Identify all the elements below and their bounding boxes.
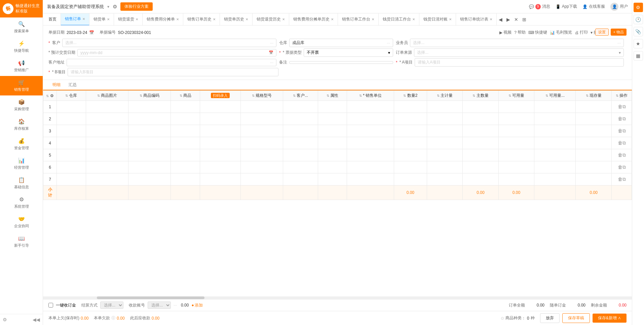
cell-main-unit-row-6[interactable]: [427, 161, 463, 173]
right-sidebar-settings-panel[interactable]: ⚙: [634, 3, 643, 12]
cell-product-image-row-4[interactable]: [86, 137, 128, 149]
sidebar-collapse-icon[interactable]: ◀◀: [33, 317, 40, 322]
cell-sales-unit-row-6[interactable]: [347, 161, 394, 173]
cell-spec-row-3[interactable]: [241, 125, 283, 137]
right-sidebar-history-panel[interactable]: 🕐: [634, 15, 643, 24]
right-sidebar-attachment[interactable]: 📎: [634, 27, 643, 36]
sort-icon-sales-unit[interactable]: ⇅: [359, 94, 362, 97]
cell-scan-row-1[interactable]: [200, 101, 241, 113]
copy-row-2[interactable]: ⧉: [622, 116, 626, 122]
cell-main-qty-row-7[interactable]: [463, 173, 499, 186]
sidebar-item-system[interactable]: ⚙系统管理: [0, 193, 43, 212]
cell-available-row-6[interactable]: [498, 161, 534, 173]
cell-available-row-5[interactable]: [498, 149, 534, 161]
remarks-input[interactable]: [289, 61, 393, 64]
cell-attributes-row-1[interactable]: [318, 101, 347, 113]
tab-sales-return[interactable]: 销货单✕: [89, 13, 114, 26]
cell-qty2-row-7[interactable]: [394, 173, 427, 186]
cell-customer-code-row-4[interactable]: [283, 137, 318, 149]
cell-product-image-row-3[interactable]: [86, 125, 128, 137]
tab-sales-order-history[interactable]: 销售订单历史✕: [183, 13, 220, 26]
sort-icon-product-image[interactable]: ⇅: [97, 94, 100, 97]
sort-icon-attributes[interactable]: ⇅: [327, 94, 329, 97]
industry-btn[interactable]: 体验行业方案: [120, 2, 153, 11]
cell-current-stock-row-6[interactable]: [576, 161, 612, 173]
sidebar-item-search[interactable]: 🔍搜索菜单: [0, 17, 43, 37]
cell-customer-code-row-3[interactable]: [283, 125, 318, 137]
cell-available-row-2[interactable]: [498, 113, 534, 125]
sort-icon-config[interactable]: ⇅: [46, 94, 49, 98]
cell-product-row-3[interactable]: [171, 125, 200, 137]
delete-row-5[interactable]: 🗑: [618, 152, 622, 158]
tab-prev[interactable]: ◀: [497, 17, 504, 22]
date-value[interactable]: 2023-03-24: [67, 30, 87, 35]
cell-sales-unit-row-4[interactable]: [347, 137, 394, 149]
sort-icon-qty2[interactable]: ⇅: [403, 94, 406, 97]
cell-product-row-2[interactable]: [171, 113, 200, 125]
cell-available-more-row-5[interactable]: [534, 149, 576, 161]
tab-grid[interactable]: ⊞: [520, 17, 528, 22]
sort-icon-warehouse[interactable]: ⇅: [65, 94, 68, 97]
sidebar-item-guide[interactable]: 📖新手引导: [0, 232, 43, 251]
sort-icon-spec[interactable]: ⇅: [252, 94, 255, 97]
cell-sales-unit-row-2[interactable]: [347, 113, 394, 125]
online-service-btn[interactable]: 👤 在线客服: [582, 4, 605, 9]
sidebar-item-capital[interactable]: 💰资金管理: [0, 134, 43, 154]
cell-spec-row-1[interactable]: [241, 101, 283, 113]
cell-main-qty-row-4[interactable]: [463, 137, 499, 149]
cell-warehouse-row-6[interactable]: [57, 161, 86, 173]
copy-row-6[interactable]: ⧉: [622, 164, 626, 170]
cell-product-row-6[interactable]: [171, 161, 200, 173]
sidebar-item-purchase[interactable]: 📦采购管理: [0, 95, 43, 115]
tab-sales-order-workbench[interactable]: 销售订单工作台✕: [338, 13, 379, 26]
tab-home[interactable]: 首页: [44, 13, 61, 26]
cell-qty2-row-3[interactable]: [394, 125, 427, 137]
cell-customer-code-row-7[interactable]: [283, 173, 318, 186]
cell-scan-row-5[interactable]: [200, 149, 241, 161]
delete-row-7[interactable]: 🗑: [618, 176, 622, 182]
save-draft-btn[interactable]: 保存草稿: [562, 313, 590, 323]
tab-close-receivable-reconcile[interactable]: ✕: [449, 17, 452, 21]
cell-scan-row-4[interactable]: [200, 137, 241, 149]
cell-main-qty-row-5[interactable]: [463, 149, 499, 161]
cell-qty2-row-4[interactable]: [394, 137, 427, 149]
tab-close-sales-return-history[interactable]: ✕: [245, 17, 248, 21]
cell-product-image-row-7[interactable]: [86, 173, 128, 186]
cell-spec-row-4[interactable]: [241, 137, 283, 149]
cell-attributes-row-2[interactable]: [318, 113, 347, 125]
cell-main-unit-row-3[interactable]: [427, 125, 463, 137]
cell-warehouse-row-5[interactable]: [57, 149, 86, 161]
sidebar-item-inventory[interactable]: 🏠库存核算: [0, 115, 43, 134]
address-input[interactable]: ···: [67, 59, 276, 66]
sidebar-settings-icon[interactable]: ⚙: [3, 317, 7, 322]
cell-customer-code-row-1[interactable]: [283, 101, 318, 113]
cell-main-unit-row-7[interactable]: [427, 173, 463, 186]
cell-current-stock-row-3[interactable]: [576, 125, 612, 137]
cell-available-more-row-4[interactable]: [534, 137, 576, 149]
cell-available-more-row-1[interactable]: [534, 101, 576, 113]
calendar-icon[interactable]: 📅: [89, 30, 94, 35]
cell-sales-unit-row-5[interactable]: [347, 149, 394, 161]
sort-icon-main-unit[interactable]: ⇅: [437, 94, 440, 97]
cell-warehouse-row-7[interactable]: [57, 173, 86, 186]
save-new-btn[interactable]: 保存&新增 ∧: [593, 314, 627, 323]
tab-close-sales-goods-return[interactable]: ✕: [136, 17, 138, 21]
tab-close-sales-fee-split[interactable]: ✕: [176, 17, 179, 21]
sort-icon-main-qty[interactable]: ⇅: [472, 94, 475, 97]
right-sidebar-scan-icon[interactable]: ▦: [634, 51, 643, 60]
cell-attributes-row-3[interactable]: [318, 125, 347, 137]
cell-current-stock-row-5[interactable]: [576, 149, 612, 161]
tab-receivable-workbench[interactable]: 钱货日清工作台✕: [379, 13, 419, 26]
user-btn[interactable]: 👤 用户: [610, 3, 628, 11]
cell-spec-row-2[interactable]: [241, 113, 283, 125]
cell-scan-row-2[interactable]: [200, 113, 241, 125]
sort-icon-current-stock[interactable]: ⇅: [586, 94, 589, 97]
app-download-btn[interactable]: 📱 App下载: [556, 4, 577, 9]
action-view[interactable]: ▶视频: [499, 30, 512, 35]
delete-row-3[interactable]: 🗑: [618, 128, 622, 133]
sidebar-item-base-info[interactable]: 📋基础信息: [0, 173, 43, 193]
message-btn[interactable]: 💬 9 消息: [529, 4, 550, 9]
copy-row-3[interactable]: ⧉: [622, 128, 626, 134]
cell-sales-unit-row-1[interactable]: [347, 101, 394, 113]
cell-spec-row-6[interactable]: [241, 161, 283, 173]
